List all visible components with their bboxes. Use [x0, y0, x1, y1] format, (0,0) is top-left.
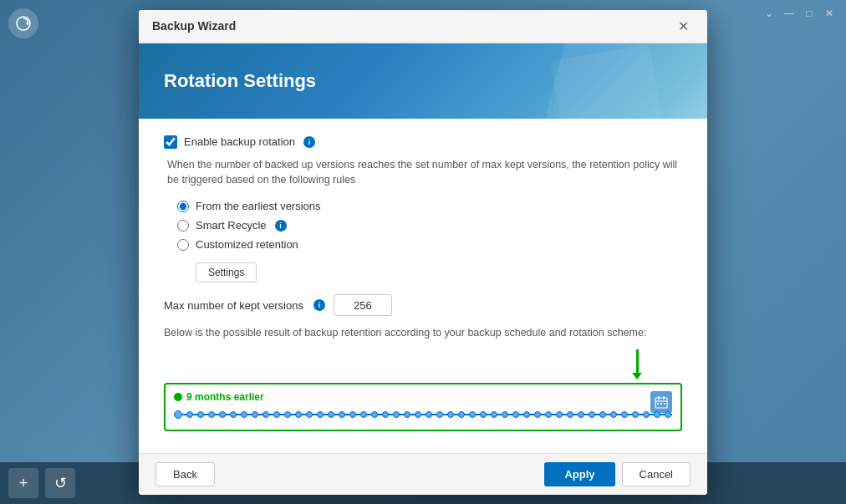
rotation-description: When the number of backed up versions re… [164, 157, 682, 189]
timeline-dot-23 [426, 411, 432, 418]
radio-smart-label: Smart Recycle [196, 219, 267, 232]
svg-rect-8 [664, 403, 665, 405]
radio-row-earliest: From the earliest versions [177, 200, 682, 212]
settings-button[interactable]: Settings [196, 262, 257, 283]
timeline-dot-30 [502, 411, 508, 418]
desktop: ⌄ — □ ✕ Backup Wizard ✕ Rotation Setting… [0, 0, 846, 504]
timeline-label-text: 9 months earlier [186, 391, 264, 403]
timeline-dot-12 [306, 411, 313, 418]
timeline-dot-32 [523, 411, 530, 418]
dialog-footer: Back Apply Cancel [139, 453, 707, 495]
enable-rotation-row: Enable backup rotation i [164, 135, 682, 149]
dialog-header-title: Rotation Settings [164, 70, 316, 92]
footer-right: Apply Cancel [544, 462, 691, 486]
timeline-dot-25 [447, 411, 454, 418]
green-arrow [632, 349, 642, 379]
timeline-dot-16 [349, 411, 356, 418]
dialog-close-button[interactable]: ✕ [673, 17, 694, 36]
timeline-dot-31 [512, 411, 519, 418]
timeline-dot-28 [480, 411, 487, 418]
arrow-line [636, 349, 639, 373]
timeline-dot-20 [393, 411, 400, 418]
svg-rect-7 [660, 403, 662, 405]
radio-earliest[interactable] [177, 201, 189, 212]
timeline-dot-38 [589, 411, 595, 418]
dialog-titlebar: Backup Wizard ✕ [139, 10, 707, 43]
apply-button[interactable]: Apply [544, 462, 614, 486]
timeline-line [174, 408, 672, 421]
enable-rotation-checkbox[interactable] [164, 135, 177, 149]
cancel-button[interactable]: Cancel [622, 462, 691, 486]
timeline-dot-27 [469, 411, 476, 418]
max-versions-row: Max number of kept versions i [164, 294, 682, 316]
enable-rotation-label: Enable backup rotation [184, 135, 295, 148]
timeline-dot-11 [295, 411, 302, 418]
timeline-dot-22 [415, 411, 421, 418]
timeline-dot-40 [610, 411, 617, 418]
timeline-dot-1 [186, 411, 193, 418]
radio-row-customized: Customized retention [177, 238, 682, 251]
timeline-dot-35 [556, 411, 563, 418]
enable-rotation-info-icon[interactable]: i [303, 136, 315, 148]
timeline-dot-15 [339, 411, 345, 418]
below-text: Below is the possible result of backup r… [164, 326, 682, 341]
arrow-container [164, 349, 682, 383]
smart-recycle-info-icon[interactable]: i [275, 220, 287, 232]
timeline-dot-21 [404, 411, 410, 418]
timeline-dot-3 [208, 411, 215, 418]
back-button[interactable]: Back [155, 462, 215, 486]
timeline-dot-14 [328, 411, 334, 418]
timeline-dot-7 [252, 411, 258, 418]
timeline-dot-13 [317, 411, 324, 418]
timeline-dot-indicator [174, 393, 182, 401]
timeline-box: 9 months earlier [164, 383, 682, 431]
timeline-dot-9 [273, 411, 280, 418]
timeline-dot-29 [491, 411, 497, 418]
timeline-dots-row [174, 410, 672, 419]
radio-customized-label: Customized retention [196, 238, 298, 251]
timeline-label: 9 months earlier [174, 391, 672, 403]
footer-left: Back [155, 462, 215, 486]
svg-rect-6 [657, 403, 659, 405]
dialog-title: Backup Wizard [152, 19, 236, 33]
timeline-track [174, 408, 672, 421]
timeline-dot-42 [632, 411, 639, 418]
timeline-dot-6 [241, 411, 247, 418]
radio-smart[interactable] [177, 220, 189, 232]
max-versions-input[interactable] [334, 294, 392, 316]
radio-row-smart: Smart Recycle i [177, 219, 682, 232]
timeline-dot-41 [621, 411, 628, 418]
max-versions-label: Max number of kept versions [164, 299, 303, 312]
radio-group: From the earliest versions Smart Recycle… [177, 200, 682, 251]
timeline-dot-43 [643, 411, 650, 418]
timeline-dot-0 [174, 410, 182, 419]
dialog-header-banner: Rotation Settings [139, 43, 707, 119]
radio-customized[interactable] [177, 239, 189, 251]
timeline-dot-36 [567, 411, 573, 418]
dialog-body: Enable backup rotation i When the number… [139, 119, 707, 453]
timeline-dot-45 [665, 411, 671, 418]
timeline-dot-37 [578, 411, 584, 418]
timeline-dot-26 [458, 411, 465, 418]
dialog-window: Backup Wizard ✕ Rotation Settings Enable… [139, 10, 707, 495]
modal-overlay: Backup Wizard ✕ Rotation Settings Enable… [0, 0, 846, 504]
timeline-dot-8 [262, 411, 269, 418]
timeline-dot-5 [230, 411, 237, 418]
timeline-dot-17 [360, 411, 367, 418]
timeline-dot-44 [654, 411, 660, 418]
max-versions-info-icon[interactable]: i [313, 299, 325, 311]
timeline-dot-2 [197, 411, 204, 418]
timeline-dot-18 [371, 411, 378, 418]
timeline-dot-34 [545, 411, 552, 418]
timeline-dot-24 [436, 411, 443, 418]
timeline-dot-39 [599, 411, 606, 418]
radio-earliest-label: From the earliest versions [196, 200, 321, 212]
timeline-dot-33 [534, 411, 541, 418]
timeline-dot-19 [382, 411, 389, 418]
arrow-head [632, 373, 642, 379]
timeline-dot-4 [219, 411, 226, 418]
timeline-dot-10 [284, 411, 291, 418]
